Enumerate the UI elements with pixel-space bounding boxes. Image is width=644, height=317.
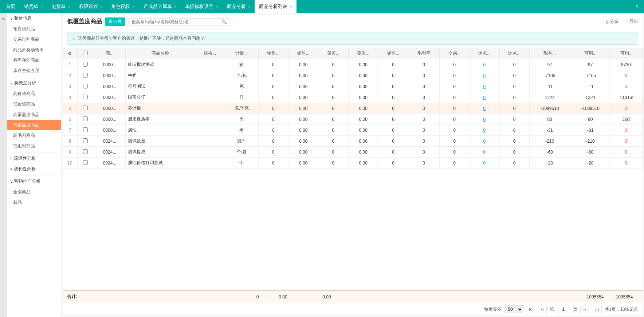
close-goods-analysis-icon[interactable]: × <box>248 4 250 9</box>
first-page-button[interactable]: K <box>526 306 535 313</box>
row-checkbox[interactable] <box>77 125 94 136</box>
sidebar-group-cluster[interactable]: ∨ 类聚度分析 <box>7 78 61 88</box>
sidebar-group-overview[interactable]: ∨ 整体信息 <box>7 13 61 24</box>
nav-item-role[interactable]: 角色授权 × <box>107 0 139 13</box>
row-code: 0000... <box>94 114 126 125</box>
nav-item-goods-analysis-list[interactable]: 商品分析列表 × <box>255 0 296 13</box>
row-saleable: 360: <box>610 114 642 125</box>
sidebar-item-high-coverage[interactable]: 高覆盖度商品 <box>7 110 61 120</box>
row-name: 旺辅批次测试 <box>126 59 195 70</box>
nav-item-sales[interactable]: 销货单 × <box>20 0 47 13</box>
sidebar-item-low-coverage[interactable]: 低覆盖度商品 <box>7 120 61 130</box>
row-cover1: 0 <box>318 70 348 81</box>
select-all-checkbox[interactable] <box>83 51 88 55</box>
col-sales-amt: 销售... <box>288 48 318 59</box>
table-row: 10 0024... 属性价格打印测试 个 0 0.00 0 0.00 0 0 … <box>63 158 643 169</box>
row-checkbox[interactable] <box>77 158 94 169</box>
sidebar-item-traded-goods[interactable]: 交易过的商品 <box>7 34 61 45</box>
row-browse2: 0 <box>499 59 529 70</box>
search-box: 🔍 <box>128 18 230 25</box>
row-unit: 米 <box>225 125 259 136</box>
row-browse1[interactable]: 0 <box>470 147 499 158</box>
row-name: 眼宝公仔 <box>126 92 195 103</box>
row-browse1[interactable]: 0 <box>470 158 499 169</box>
row-num: 1 <box>63 59 77 70</box>
sidebar: ∨ 整体信息 销售类商品 交易过的商品 商品分类动销率 有库存的商品 库存资金占… <box>7 13 61 317</box>
row-browse1[interactable]: 0 <box>470 114 499 125</box>
row-checkbox[interactable] <box>77 114 94 125</box>
nav-item-home[interactable]: 首页 <box>1 0 20 13</box>
last-page-button[interactable]: >| <box>592 306 602 313</box>
nav-item-goods-analysis[interactable]: 商品分析 × <box>223 0 255 13</box>
page-title: 低覆盖度商品 <box>67 18 102 25</box>
filter-button[interactable]: 近一月 <box>105 17 125 26</box>
nav-item-production[interactable]: 产成品入库单 × <box>139 0 181 13</box>
row-checkbox[interactable] <box>77 147 94 158</box>
close-goods-list-icon[interactable]: × <box>290 4 292 9</box>
nav-item-permission[interactable]: 权限设置 × <box>75 0 107 13</box>
sidebar-item-sales-goods[interactable]: 销售类商品 <box>7 24 61 34</box>
row-checkbox[interactable] <box>77 70 94 81</box>
row-cover2: 0.00 <box>348 136 378 147</box>
sidebar-item-new-goods[interactable]: 新品 <box>7 197 61 208</box>
search-icon[interactable]: 🔍 <box>221 19 227 24</box>
close-template-icon[interactable]: × <box>216 4 218 9</box>
settings-icon[interactable]: ⚙ <box>68 51 72 56</box>
sidebar-item-high-margin[interactable]: 高毛利商品 <box>7 130 61 141</box>
row-browse1[interactable]: 0 <box>470 125 499 136</box>
table-row: 1 0000... 旺辅批次测试 箱 0 0.00 0 0.00 0 0 0 0… <box>63 59 643 70</box>
window-close-button[interactable]: × <box>632 1 643 12</box>
next-page-button[interactable]: > <box>580 306 589 313</box>
share-button[interactable]: ⎘ 分享 <box>606 19 619 25</box>
row-browse1[interactable]: 0 <box>470 59 499 70</box>
row-browse1[interactable]: 0 <box>470 92 499 103</box>
row-stock1: 1224 <box>529 92 570 103</box>
row-checkbox[interactable] <box>77 81 94 92</box>
sidebar-item-low-value[interactable]: 低价值商品 <box>7 99 61 110</box>
row-checkbox[interactable] <box>77 103 94 114</box>
close-purchase-icon[interactable]: × <box>68 4 70 9</box>
row-browse1[interactable]: 0 <box>470 103 499 114</box>
row-cover1: 0 <box>318 147 348 158</box>
sidebar-group-marketing[interactable]: ∨ 营销推广分析 <box>7 176 61 187</box>
sidebar-group-circulation[interactable]: > 流通性分析 <box>7 153 61 164</box>
per-page-select[interactable]: 50 100 200 <box>504 305 523 313</box>
total-label: 合计: <box>67 294 85 300</box>
nav-item-purchase[interactable]: 进货单 × <box>47 0 74 13</box>
prev-page-button[interactable]: < <box>538 306 547 313</box>
close-sales-icon[interactable]: × <box>40 4 43 9</box>
row-browse1[interactable]: 0 <box>470 70 499 81</box>
export-button[interactable]: ↑ 导出 <box>626 19 638 25</box>
col-checkbox[interactable] <box>77 48 94 59</box>
close-permission-icon[interactable]: × <box>100 4 102 9</box>
row-sales-amt: 0.00 <box>288 59 318 70</box>
table-row: 8 0024... 测试数量 袋,件 0 0.00 0 0.00 0 0 0 0… <box>63 136 643 147</box>
col-name: 商品名称 <box>126 48 195 59</box>
sidebar-group-growth[interactable]: > 成长性分析 <box>7 164 61 174</box>
row-code: 0024... <box>94 147 126 158</box>
row-checkbox[interactable] <box>77 136 94 147</box>
row-checkbox[interactable] <box>77 59 94 70</box>
sidebar-item-low-margin[interactable]: 低毛利商品 <box>7 141 61 151</box>
sidebar-item-stock-capital[interactable]: 库存资金占用 <box>7 66 61 76</box>
row-checkbox[interactable] <box>77 92 94 103</box>
export-icon: ↑ <box>626 19 628 24</box>
row-browse1[interactable]: 0 <box>470 136 499 147</box>
close-production-icon[interactable]: × <box>174 4 176 9</box>
close-role-icon[interactable]: × <box>132 4 134 9</box>
sidebar-item-high-value[interactable]: 高价值商品 <box>7 88 61 99</box>
col-settings[interactable]: ⚙ <box>63 48 77 59</box>
sidebar-item-all-goods[interactable]: 全部商品 <box>7 187 61 197</box>
row-spec <box>195 125 225 136</box>
sidebar-collapse-button[interactable]: « <box>0 13 7 317</box>
sidebar-item-stocked-goods[interactable]: 有库存的商品 <box>7 55 61 66</box>
search-input[interactable] <box>131 19 220 24</box>
row-browse1[interactable]: 0 <box>470 81 499 92</box>
row-sales3: 0 <box>378 70 408 81</box>
sidebar-item-category-rate[interactable]: 商品分类动销率 <box>7 45 61 55</box>
col-saleable: 可销... <box>610 48 642 59</box>
row-browse2: 0 <box>499 158 529 169</box>
page-input[interactable] <box>557 306 570 313</box>
row-gross: 0 <box>408 158 440 169</box>
nav-item-template[interactable]: 单据模板设置 × <box>181 0 222 13</box>
